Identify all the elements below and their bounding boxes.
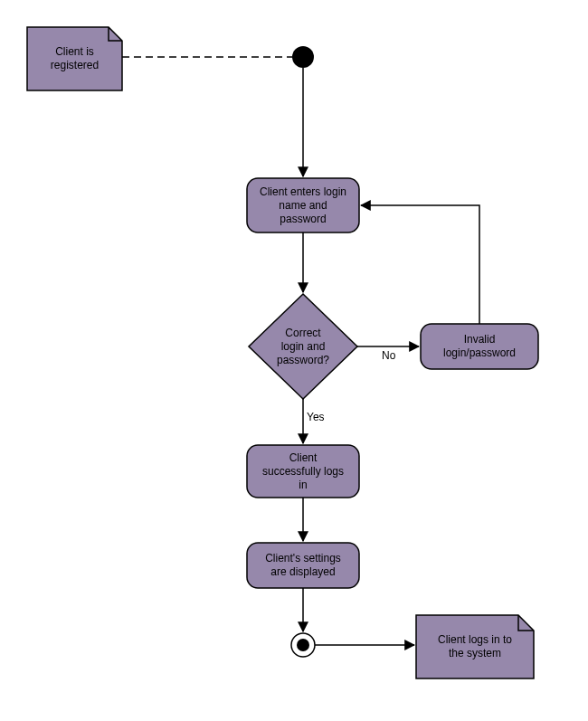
activity-settings-displayed [247, 543, 359, 588]
diagram-canvas [0, 0, 588, 721]
activity-enter-login [247, 178, 359, 232]
svg-marker-0 [249, 294, 357, 399]
note-client-registered [27, 27, 122, 90]
activity-invalid-login [421, 324, 538, 369]
note-client-logs-in [416, 615, 534, 678]
start-node [292, 46, 314, 68]
activity-success-login [247, 445, 359, 498]
edge-invalid-loop [361, 205, 479, 324]
svg-point-2 [297, 639, 309, 651]
end-node [291, 633, 315, 657]
decision-correct-login [249, 294, 357, 399]
